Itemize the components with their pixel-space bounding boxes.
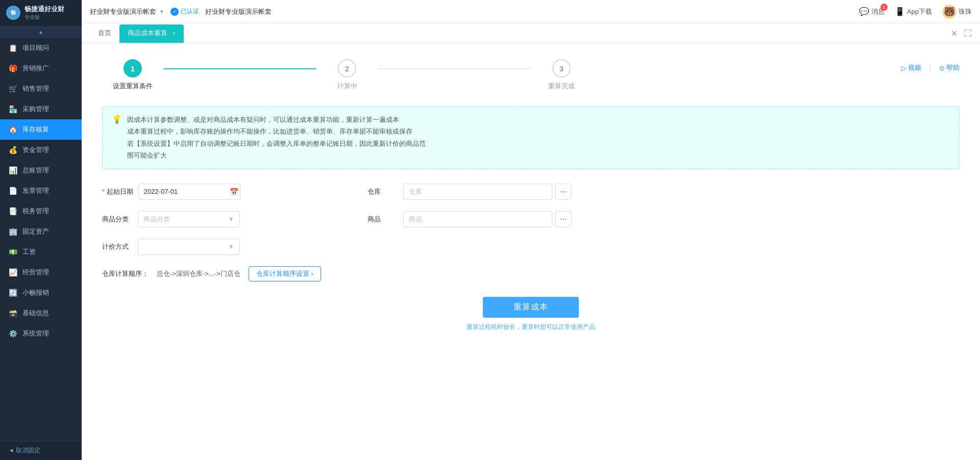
tab-home[interactable]: 首页 bbox=[90, 24, 119, 43]
recalc-area: 重算成本 重算过程耗时较长，重算时您可以正常使用产品 bbox=[102, 297, 960, 331]
marketing-icon: 🎁 bbox=[8, 64, 17, 73]
category-group: 商品分类 商品分类 ▼ bbox=[102, 211, 347, 227]
sidebar-item-operation[interactable]: 📈 经营管理 bbox=[0, 262, 82, 283]
sidebar-scroll: 📋 项目顾问 🎁 营销推广 🛒 销售管理 🏪 采购管理 🏠 库存核算 💰 资金管… bbox=[0, 38, 82, 441]
sidebar-unpin-button[interactable]: ◄ 取消固定 bbox=[0, 441, 82, 460]
warehouse-group: 仓库 仓库 ··· bbox=[368, 184, 572, 200]
product-placeholder: 商品 bbox=[409, 215, 422, 224]
help-button[interactable]: ⊙ 帮助 bbox=[939, 63, 960, 72]
topbar-actions: 💬 消息 1 📱 App下载 🐻 珠珠 bbox=[859, 5, 972, 19]
sidebar-item-accounting[interactable]: 📊 总账管理 bbox=[0, 160, 82, 181]
sidebar-item-label-basic: 基础信息 bbox=[22, 309, 49, 318]
sidebar-item-project[interactable]: 📋 项目顾问 bbox=[0, 38, 82, 58]
sidebar-item-label-invoice: 发票管理 bbox=[22, 186, 49, 195]
sidebar-logo: 畅 bbox=[6, 6, 20, 20]
product-more-button[interactable]: ··· bbox=[555, 211, 572, 227]
sidebar-item-label-salary: 工资 bbox=[22, 247, 36, 257]
play-icon: ▷ bbox=[901, 64, 906, 72]
step-3-circle: 3 bbox=[552, 59, 571, 78]
sidebar-item-assets[interactable]: 🏢 固定资产 bbox=[0, 221, 82, 242]
app-download-button[interactable]: 📱 App下载 bbox=[895, 7, 932, 16]
category-placeholder: 商品分类 bbox=[143, 215, 170, 224]
account-chevron-icon: ▼ bbox=[159, 9, 164, 14]
assets-icon: 🏢 bbox=[8, 227, 17, 236]
sidebar-item-label-operation: 经营管理 bbox=[22, 268, 49, 277]
expand-icon[interactable]: ⛶ bbox=[964, 29, 972, 38]
avatar: 🐻 bbox=[942, 5, 957, 19]
sidebar-item-sales[interactable]: 🛒 销售管理 bbox=[0, 79, 82, 99]
user-profile[interactable]: 🐻 珠珠 bbox=[942, 5, 972, 19]
chevron-down-icon: ▼ bbox=[228, 215, 234, 223]
message-icon: 💬 bbox=[859, 7, 869, 16]
tab-close-icon[interactable]: × bbox=[173, 30, 176, 36]
scroll-up-indicator[interactable]: ▲ bbox=[0, 27, 82, 38]
sidebar-item-finance[interactable]: 💰 资金管理 bbox=[0, 140, 82, 160]
product-label: 商品 bbox=[368, 215, 398, 224]
sidebar-item-system[interactable]: ⚙️ 系统管理 bbox=[0, 323, 82, 344]
pricing-chevron-icon: ▼ bbox=[228, 243, 234, 250]
inventory-icon: 🏠 bbox=[8, 125, 17, 134]
sidebar: 畅 畅捷通好业财 专业版 ▲ 📋 项目顾问 🎁 营销推广 🛒 销售管理 🏪 采购… bbox=[0, 0, 82, 460]
pricing-label: 计价方式 bbox=[102, 242, 133, 251]
accounting-icon: 📊 bbox=[8, 166, 17, 175]
step-line-2 bbox=[378, 68, 531, 69]
tab-bar: 首页 商品成本重算 × ✕ ⛶ bbox=[82, 23, 980, 44]
step-1: 1 设置重算条件 bbox=[102, 59, 163, 91]
sidebar-item-tax[interactable]: 📑 税务管理 bbox=[0, 201, 82, 221]
form-row-1: 起始日期 📅 仓库 仓库 ··· bbox=[102, 184, 960, 200]
start-date-field[interactable] bbox=[144, 188, 230, 195]
sidebar-item-marketing[interactable]: 🎁 营销推广 bbox=[0, 58, 82, 79]
step-2-circle: 2 bbox=[338, 59, 356, 78]
recalc-button[interactable]: 重算成本 bbox=[483, 297, 579, 318]
warehouse-order-value: 总仓->深圳仓库->...->门店仓 bbox=[157, 269, 240, 278]
step-line-1 bbox=[163, 68, 316, 69]
close-window-icon[interactable]: ✕ bbox=[951, 29, 958, 38]
product-input[interactable]: 商品 bbox=[403, 211, 552, 227]
warehouse-placeholder: 仓库 bbox=[409, 187, 422, 196]
video-button[interactable]: ▷ 视频 bbox=[901, 63, 921, 72]
info-box-text: 因成本计算参数调整、或是对商品成本有疑问时，可以通过成本重算功能，重新计算一遍成… bbox=[127, 114, 426, 162]
sidebar-item-label-purchase: 采购管理 bbox=[22, 105, 49, 114]
step-1-circle: 1 bbox=[124, 59, 142, 78]
warehouse-input[interactable]: 仓库 bbox=[403, 184, 552, 200]
sidebar-item-inventory[interactable]: 🏠 库存核算 bbox=[0, 119, 82, 140]
start-date-input[interactable]: 📅 bbox=[138, 184, 240, 200]
warehouse-label: 仓库 bbox=[368, 187, 398, 196]
sidebar-subtitle: 专业版 bbox=[24, 14, 64, 21]
sidebar-item-label-inventory: 库存核算 bbox=[22, 125, 49, 134]
purchase-icon: 🏪 bbox=[8, 105, 17, 114]
tax-icon: 📑 bbox=[8, 207, 17, 216]
sidebar-item-invoice[interactable]: 📄 发票管理 bbox=[0, 181, 82, 201]
shield-icon: ✓ bbox=[170, 8, 179, 16]
topbar: 好业财专业版演示帐套 ▼ ✓ 已认证 好业财专业版演示帐套 💬 消息 1 📱 A… bbox=[82, 0, 980, 23]
category-select[interactable]: 商品分类 ▼ bbox=[138, 211, 240, 227]
sidebar-item-salary[interactable]: 💵 工资 bbox=[0, 242, 82, 262]
form-row-2: 商品分类 商品分类 ▼ 商品 商品 ··· bbox=[102, 211, 960, 227]
form-row-3: 计价方式 ▼ bbox=[102, 239, 960, 255]
warehouse-order-settings-button[interactable]: 仓库计算顺序设置 › bbox=[249, 266, 321, 282]
operation-icon: 📈 bbox=[8, 268, 17, 277]
pricing-select[interactable]: ▼ bbox=[138, 239, 240, 255]
company-name: 好业财专业版演示帐套 bbox=[205, 7, 272, 16]
calendar-icon[interactable]: 📅 bbox=[230, 188, 238, 196]
sidebar-item-label-marketing: 营销推广 bbox=[22, 64, 49, 73]
sidebar-header: 畅 畅捷通好业财 专业版 bbox=[0, 0, 82, 27]
sidebar-item-label-project: 项目顾问 bbox=[22, 43, 49, 53]
pricing-group: 计价方式 ▼ bbox=[102, 239, 347, 255]
sidebar-item-purchase[interactable]: 🏪 采购管理 bbox=[0, 99, 82, 119]
account-name: 好业财专业版演示帐套 bbox=[90, 7, 156, 16]
step-3: 3 重算完成 bbox=[531, 59, 592, 91]
warehouse-more-button[interactable]: ··· bbox=[555, 184, 572, 200]
warehouse-order-prefix: 仓库计算顺序： bbox=[102, 269, 149, 278]
sidebar-item-label-sales: 销售管理 bbox=[22, 84, 49, 93]
bulb-icon: 💡 bbox=[112, 114, 122, 124]
tab-recalculation[interactable]: 商品成本重算 × bbox=[119, 24, 184, 43]
category-label: 商品分类 bbox=[102, 215, 133, 224]
step-2: 2 计算中 bbox=[316, 59, 378, 91]
sidebar-item-basic[interactable]: 🗃️ 基础信息 bbox=[0, 303, 82, 323]
sidebar-item-expense[interactable]: 🔄 小畅报销 bbox=[0, 283, 82, 303]
message-button[interactable]: 💬 消息 1 bbox=[859, 7, 885, 16]
notification-badge: 1 bbox=[880, 4, 888, 11]
stepper-help: ▷ 视频 | ⊙ 帮助 bbox=[901, 59, 960, 72]
account-selector[interactable]: 好业财专业版演示帐套 ▼ bbox=[90, 7, 164, 16]
